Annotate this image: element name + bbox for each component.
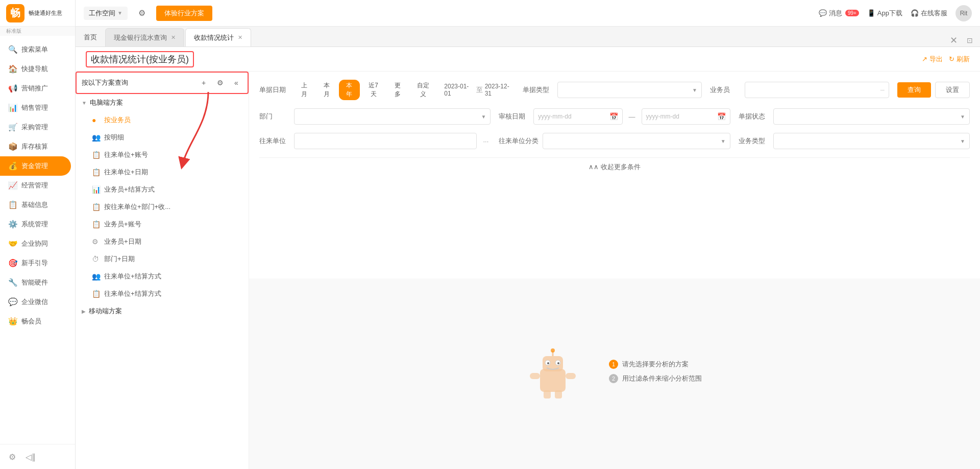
date-btn-this-month[interactable]: 本月 bbox=[316, 80, 337, 100]
window-close-icon[interactable]: ✕ bbox=[947, 34, 960, 46]
user-avatar[interactable]: Rit bbox=[955, 5, 972, 21]
scheme-setting-button[interactable]: ⚙ bbox=[214, 77, 226, 89]
scheme-item-label: 业务员+结算方式 bbox=[104, 185, 155, 194]
sidebar-item-wechat[interactable]: 💬 企业微信 bbox=[0, 292, 75, 312]
dept-arrow-icon: ▼ bbox=[481, 114, 486, 120]
tab-receipt-label: 收款情况统计 bbox=[194, 33, 234, 42]
header-gear-icon[interactable]: ⚙ bbox=[134, 5, 150, 21]
date-btn-last7days[interactable]: 近7天 bbox=[362, 80, 385, 100]
query-button[interactable]: 查询 bbox=[897, 82, 931, 98]
scheme-item-partner-settlement2[interactable]: 📋 往来单位+结算方式 bbox=[76, 285, 249, 302]
scheme-item-partner-settlement1[interactable]: 👥 往来单位+结算方式 bbox=[76, 268, 249, 285]
scheme-item-salesman-settlement[interactable]: 📊 业务员+结算方式 bbox=[76, 181, 249, 198]
sidebar-item-marketing[interactable]: 📢 营销推广 bbox=[0, 79, 75, 98]
audit-date-to-input[interactable]: yyyy-mm-dd 📅 bbox=[642, 108, 730, 125]
chevron-right-icon: ▶ bbox=[82, 309, 86, 314]
scheme-item-salesman-account[interactable]: 📋 业务员+账号 bbox=[76, 216, 249, 233]
doctype-select[interactable]: ▼ bbox=[557, 82, 702, 98]
partner-input[interactable] bbox=[294, 133, 477, 149]
empty-tip-1: 1 请先选择要分析的方案 bbox=[609, 360, 702, 369]
date-btn-this-year[interactable]: 本年 bbox=[339, 80, 359, 100]
tab-receipt-close-icon[interactable]: ✕ bbox=[238, 34, 242, 41]
sidebar-item-sales[interactable]: 📊 销售管理 bbox=[0, 98, 75, 118]
member-icon: 👑 bbox=[8, 317, 17, 326]
message-button[interactable]: 💬 消息 99+ bbox=[819, 9, 859, 18]
scheme-group-pc-header[interactable]: ▼ 电脑端方案 bbox=[76, 94, 249, 111]
scheme-item-by-salesman[interactable]: ● 按业务员 bbox=[76, 111, 249, 129]
collapse-bar[interactable]: ∧∧ 收起更多条件 bbox=[259, 157, 970, 176]
sidebar-item-label: 搜索菜单 bbox=[21, 45, 48, 54]
scheme-collapse-button[interactable]: « bbox=[230, 77, 242, 89]
sidebar-item-quicknav[interactable]: 🏠 快捷导航 bbox=[0, 59, 75, 79]
sidebar-item-member[interactable]: 👑 畅会员 bbox=[0, 312, 75, 331]
tab-receipt-stats[interactable]: 收款情况统计 ✕ bbox=[185, 28, 251, 46]
export-button[interactable]: ↗ 导出 bbox=[922, 55, 943, 64]
sidebar-item-basic[interactable]: 📋 基础信息 bbox=[0, 195, 75, 215]
sidebar-item-operation[interactable]: 📈 经营管理 bbox=[0, 176, 75, 195]
tab-bank-flow[interactable]: 现金银行流水查询 ✕ bbox=[105, 28, 184, 46]
setting-button[interactable]: 设置 bbox=[935, 82, 970, 98]
audit-date-from-input[interactable]: yyyy-mm-dd 📅 bbox=[533, 108, 622, 125]
date-range-display: 2023-01-01 至 2023-12-31 bbox=[444, 83, 514, 97]
sidebar-item-search[interactable]: 🔍 搜索菜单 bbox=[0, 40, 75, 59]
date-btn-last-month[interactable]: 上月 bbox=[294, 80, 314, 100]
empty-tip-2: 2 用过滤条件来缩小分析范围 bbox=[609, 374, 702, 383]
date-btn-custom[interactable]: 自定义 bbox=[410, 80, 436, 100]
partner-type-label: 往来单位分类 bbox=[499, 136, 538, 146]
scheme-group-mobile-header[interactable]: ▶ 移动端方案 bbox=[76, 302, 249, 320]
date-from: 2023-01-01 bbox=[444, 83, 474, 97]
operation-icon: 📈 bbox=[8, 181, 17, 190]
dept-select[interactable]: ▼ bbox=[294, 108, 491, 125]
svg-point-4 bbox=[547, 362, 549, 364]
refresh-button[interactable]: ↻ 刷新 bbox=[949, 55, 970, 64]
partner-type-select[interactable]: ▼ bbox=[543, 133, 730, 149]
sidebar-item-guide[interactable]: 🎯 新手引导 bbox=[0, 253, 75, 273]
sidebar-item-label: 经营管理 bbox=[21, 181, 48, 190]
sidebar-item-label: 企业协同 bbox=[21, 239, 48, 248]
biztype-select[interactable]: ▼ bbox=[773, 133, 970, 149]
collapse-chevron-icon: ∧∧ bbox=[589, 163, 599, 171]
scheme-item-dept-date[interactable]: ⏱ 部门+日期 bbox=[76, 250, 249, 268]
sidebar-item-enterprise[interactable]: 🤝 企业协同 bbox=[0, 234, 75, 253]
partner-dots-icon[interactable]: ··· bbox=[481, 137, 491, 145]
sidebar-item-finance[interactable]: 💰 资金管理 bbox=[0, 156, 71, 176]
scheme-add-button[interactable]: + bbox=[198, 77, 210, 89]
workspace-selector[interactable]: 工作空间 ▼ bbox=[84, 7, 128, 20]
date-btn-more[interactable]: 更多 bbox=[387, 80, 408, 100]
scheme-item-label: 往来单位+日期 bbox=[104, 168, 148, 177]
sidebar-item-system[interactable]: ⚙️ 系统管理 bbox=[0, 215, 75, 234]
inventory-icon: 📦 bbox=[8, 142, 17, 151]
filter-row-1: 单据日期 上月 本月 本年 近7天 更多 自定义 2023-01-01 至 bbox=[259, 80, 970, 100]
active-scheme-icon: ● bbox=[92, 116, 100, 124]
salesman-settlement-icon: 📊 bbox=[92, 185, 100, 194]
window-maximize-icon[interactable]: ⊡ bbox=[964, 34, 976, 46]
docstatus-select[interactable]: ▼ bbox=[773, 108, 970, 125]
biztype-arrow-icon: ▼ bbox=[960, 138, 965, 144]
scheme-item-partner-account[interactable]: 📋 往来单位+账号 bbox=[76, 146, 249, 163]
scheme-item-label: 按明细 bbox=[104, 133, 124, 142]
scheme-item-label: 按业务员 bbox=[104, 115, 131, 125]
sidebar-item-hardware[interactable]: 🔧 智能硬件 bbox=[0, 273, 75, 292]
scheme-item-partner-date[interactable]: 📋 往来单位+日期 bbox=[76, 163, 249, 181]
finance-icon: 💰 bbox=[8, 161, 17, 171]
sidebar-item-purchase[interactable]: 🛒 采购管理 bbox=[0, 118, 75, 137]
salesman-select[interactable]: ··· bbox=[745, 82, 889, 98]
online-service-button[interactable]: 🎧 在线客服 bbox=[911, 9, 947, 18]
scheme-item-salesman-date[interactable]: ⚙ 业务员+日期 bbox=[76, 233, 249, 250]
tab-home[interactable]: 首页 bbox=[76, 28, 105, 46]
audit-from-placeholder: yyyy-mm-dd bbox=[538, 113, 571, 120]
scheme-item-partner-dept-receipt[interactable]: 📋 按往来单位+部门+收... bbox=[76, 198, 249, 216]
sidebar-item-inventory[interactable]: 📦 库存核算 bbox=[0, 137, 75, 156]
doctype-arrow-icon: ▼ bbox=[692, 87, 697, 93]
collapse-sidebar-icon[interactable]: ◁∥ bbox=[23, 450, 38, 464]
settings-bottom-icon[interactable]: ⚙ bbox=[5, 450, 19, 464]
system-icon: ⚙️ bbox=[8, 220, 17, 229]
trial-button[interactable]: 体验行业方案 bbox=[156, 6, 212, 21]
scheme-item-label: 按往来单位+部门+收... bbox=[104, 202, 170, 212]
scheme-item-by-detail[interactable]: 👥 按明细 bbox=[76, 129, 249, 146]
app-download-button[interactable]: 📱 App下载 bbox=[867, 9, 902, 18]
service-label: 在线客服 bbox=[921, 9, 947, 18]
workspace-name: 工作空间 bbox=[89, 9, 115, 18]
tab-bank-close-icon[interactable]: ✕ bbox=[171, 34, 176, 41]
filter-date-field: 单据日期 上月 本月 本年 近7天 更多 自定义 2023-01-01 至 bbox=[259, 80, 514, 100]
